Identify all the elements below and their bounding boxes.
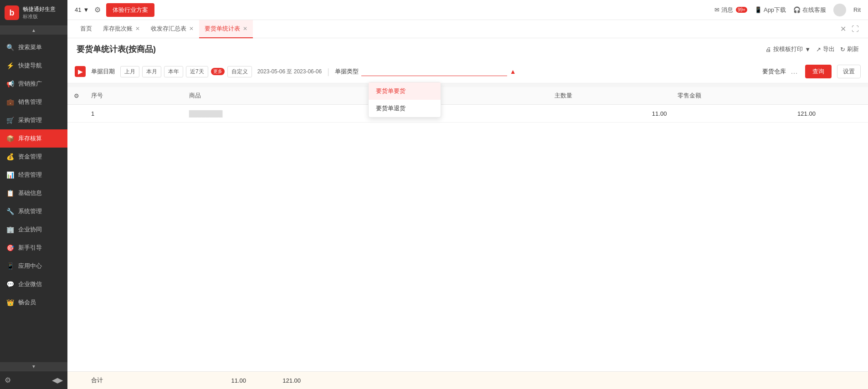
- sidebar-item-basic-info[interactable]: 📋 基础信息: [0, 184, 67, 202]
- tab-home[interactable]: 首页: [75, 20, 98, 38]
- footer-total-amount: 121.00: [246, 377, 301, 384]
- data-table: ⚙ 序号 商品 主计量单位 主数量 零售金额 1 ████████: [67, 87, 868, 123]
- sidebar-item-inventory[interactable]: 📦 库存核算: [0, 129, 67, 148]
- store-selector[interactable]: 41 ▼: [75, 6, 89, 13]
- sidebar-item-purchase[interactable]: 🛒 采购管理: [0, 111, 67, 129]
- tab-expand-icon[interactable]: ⛶: [850, 23, 861, 35]
- appstore-icon: 📱: [5, 261, 15, 271]
- sidebar-item-finance[interactable]: 💰 资金管理: [0, 148, 67, 166]
- date-filter-label: 单据日期: [91, 67, 115, 76]
- topbar-gear-icon[interactable]: ⚙: [94, 5, 101, 14]
- row-index: 1: [86, 105, 184, 123]
- sidebar-item-vip[interactable]: 👑 畅会员: [0, 293, 67, 312]
- row-goods: ████████: [184, 105, 375, 123]
- user-avatar[interactable]: [833, 4, 846, 16]
- page-header: 要货单统计表(按商品) 🖨 按模板打印 ▼ ↗ 导出 ↻ 刷新: [67, 38, 868, 60]
- date-this-month[interactable]: 本月: [142, 66, 161, 77]
- sales-icon: 💼: [5, 97, 15, 107]
- col-settings[interactable]: ⚙: [67, 87, 86, 105]
- date-filter-group: 上月 本月 本年 近7天 更多 自定义: [120, 66, 252, 77]
- table-header-row: ⚙ 序号 商品 主计量单位 主数量 零售金额: [67, 87, 868, 105]
- type-dropdown: 要货单要货 要货单退货: [368, 82, 441, 118]
- search-icon: 🔍: [5, 43, 15, 52]
- refresh-button[interactable]: ↻ 刷新: [840, 45, 859, 53]
- online-service-button[interactable]: 🎧 在线客服: [793, 6, 826, 14]
- footer-total-label: 合计: [73, 376, 191, 384]
- app-download-button[interactable]: 📱 App下载: [755, 6, 786, 14]
- sidebar-item-marketing[interactable]: 📢 营销推广: [0, 75, 67, 93]
- sidebar-footer: ⚙ ◀▶: [0, 371, 67, 389]
- sidebar-scroll-up[interactable]: ▲: [0, 26, 67, 35]
- filter-expand-button[interactable]: ▶: [75, 66, 86, 77]
- export-button[interactable]: ↗ 导出: [816, 45, 835, 53]
- filter-bar: ▶ 单据日期 上月 本月 本年 近7天 更多 自定义 2023-05-06 至 …: [67, 60, 868, 83]
- trial-button[interactable]: 体验行业方案: [106, 3, 154, 17]
- tab-inventory-batch[interactable]: 库存批次账 ✕: [98, 20, 145, 38]
- collapse-icon[interactable]: ◀▶: [52, 376, 63, 384]
- settings-icon[interactable]: ⚙: [5, 376, 11, 384]
- message-icon: ✉: [714, 6, 719, 13]
- settings-button[interactable]: 设置: [837, 65, 861, 78]
- page-header-actions: 🖨 按模板打印 ▼ ↗ 导出 ↻ 刷新: [765, 45, 859, 59]
- marketing-icon: 📢: [5, 79, 15, 88]
- chevron-down-icon: ▼: [83, 6, 89, 13]
- refresh-icon: ↻: [840, 46, 845, 53]
- date-custom[interactable]: 自定义: [227, 66, 252, 77]
- topbar-left: 41 ▼ ⚙ 体验行业方案: [75, 3, 154, 17]
- sidebar-item-sales[interactable]: 💼 销售管理: [0, 93, 67, 111]
- quick-nav-icon: ⚡: [5, 61, 15, 70]
- sidebar-scroll-down[interactable]: ▼: [0, 362, 67, 371]
- finance-icon: 💰: [5, 152, 15, 161]
- export-icon: ↗: [816, 46, 821, 53]
- system-icon: 🔧: [5, 207, 15, 216]
- inventory-icon: 📦: [5, 134, 15, 143]
- tab-bar: 首页 库存批次账 ✕ 收发存汇总表 ✕ 要货单统计表 ✕ ✕ ⛶: [67, 20, 868, 38]
- basic-info-icon: 📋: [5, 189, 15, 198]
- dropdown-item-order-goods[interactable]: 要货单要货: [369, 82, 441, 100]
- template-print-button[interactable]: 🖨 按模板打印 ▼: [765, 45, 811, 53]
- table-row: 1 ████████ 块 11.00 121.00: [67, 105, 868, 123]
- tab-close-inventory-batch[interactable]: ✕: [135, 26, 140, 32]
- sidebar-item-guide[interactable]: 🎯 新手引导: [0, 239, 67, 257]
- sidebar-header: b 畅捷通好生意 标准版: [0, 0, 67, 26]
- footer-total-quantity: 11.00: [191, 377, 246, 384]
- sidebar-item-operations[interactable]: 📊 经营管理: [0, 166, 67, 184]
- type-dropdown-arrow[interactable]: ▲: [510, 68, 516, 75]
- tab-order-summary[interactable]: 要货单统计表 ✕: [199, 20, 253, 38]
- table-footer: 合计 11.00 121.00: [67, 371, 868, 389]
- row-quantity: 11.00: [549, 105, 673, 123]
- sidebar-item-wechat[interactable]: 💬 企业微信: [0, 275, 67, 293]
- message-button[interactable]: ✉ 消息 99+: [714, 6, 747, 14]
- sidebar-item-appstore[interactable]: 📱 应用中心: [0, 257, 67, 275]
- sidebar: b 畅捷通好生意 标准版 ▲ 🔍 搜索菜单 ⚡ 快捷导航 📢 营销推广 💼 销售…: [0, 0, 67, 389]
- table-container: ⚙ 序号 商品 主计量单位 主数量 零售金额 1 ████████: [67, 87, 868, 371]
- tab-close-receive-summary[interactable]: ✕: [189, 26, 194, 32]
- sidebar-item-enterprise[interactable]: 🏢 企业协同: [0, 220, 67, 239]
- headset-icon: 🎧: [793, 6, 801, 13]
- dropdown-item-order-return[interactable]: 要货单退货: [369, 100, 441, 117]
- col-quantity: 主数量: [549, 87, 673, 105]
- print-icon: 🖨: [765, 46, 771, 53]
- date-last-7days[interactable]: 近7天: [186, 66, 208, 77]
- more-badge[interactable]: 更多: [211, 68, 225, 75]
- wechat-icon: 💬: [5, 280, 15, 289]
- type-filter-label: 单据类型: [335, 67, 359, 76]
- message-badge: 99+: [736, 7, 747, 13]
- topbar: 41 ▼ ⚙ 体验行业方案 ✉ 消息 99+ 📱 App下载 🎧 在线客服 Ri…: [67, 0, 868, 20]
- query-button[interactable]: 查询: [805, 65, 832, 78]
- operations-icon: 📊: [5, 170, 15, 179]
- phone-icon: 📱: [755, 6, 762, 13]
- filter-separator: |: [327, 67, 329, 77]
- date-last-month[interactable]: 上月: [120, 66, 139, 77]
- warehouse-filter-label: 要货仓库: [762, 67, 786, 76]
- date-this-year[interactable]: 本年: [164, 66, 183, 77]
- page-content: 要货单统计表(按商品) 🖨 按模板打印 ▼ ↗ 导出 ↻ 刷新 ▶: [67, 38, 868, 389]
- tab-receive-summary[interactable]: 收发存汇总表 ✕: [145, 20, 199, 38]
- sidebar-item-quick-nav[interactable]: ⚡ 快捷导航: [0, 56, 67, 75]
- warehouse-more-icon[interactable]: …: [789, 67, 800, 76]
- tab-close-order-summary[interactable]: ✕: [243, 26, 247, 32]
- type-filter-input[interactable]: [361, 67, 507, 76]
- tab-minus-icon[interactable]: ✕: [838, 23, 848, 35]
- sidebar-item-search[interactable]: 🔍 搜索菜单: [0, 38, 67, 56]
- sidebar-item-system[interactable]: 🔧 系统管理: [0, 202, 67, 220]
